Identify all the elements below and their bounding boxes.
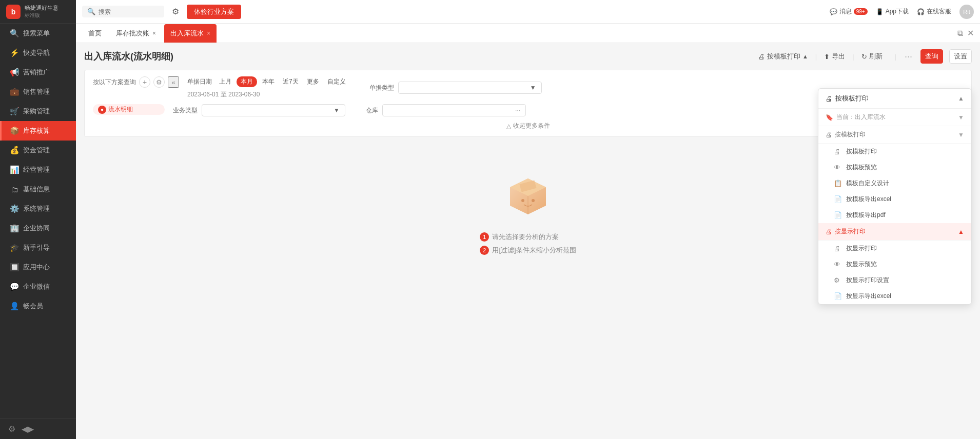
app-logo: b 畅捷通好生意 标准版 xyxy=(0,0,76,24)
dropdown-section-template-print[interactable]: 🖨 按模板打印 ▼ xyxy=(818,126,971,144)
dropdown-item-display-print-settings[interactable]: ⚙ 按显示打印设置 xyxy=(818,272,971,288)
filter-setting-button[interactable]: ⚙ xyxy=(153,76,165,88)
sidebar-item-member[interactable]: 👤 畅会员 xyxy=(0,296,76,316)
section-display-print-arrow: ▲ xyxy=(958,228,964,235)
customer-service-button[interactable]: 🎧 在线客服 xyxy=(917,7,951,16)
search-input[interactable] xyxy=(99,8,150,15)
item-display-preview-icon: 👁 xyxy=(834,261,842,268)
date-quick-buttons: 上月 本月 本年 近7天 更多 自定义 xyxy=(216,76,349,87)
date-btn-last-month[interactable]: 上月 xyxy=(216,76,234,87)
topbar-gear-icon[interactable]: ⚙ xyxy=(168,5,183,19)
sidebar-item-inventory[interactable]: 📦 库存核算 xyxy=(0,121,76,141)
topbar-search-box[interactable]: 🔍 xyxy=(82,6,164,17)
query-button[interactable]: 查询 xyxy=(920,49,943,64)
dropdown-item-template-print[interactable]: 🖨 按模板打印 xyxy=(818,144,971,159)
message-button[interactable]: 💬 消息 99+ xyxy=(830,7,868,16)
section-display-print-icon: 🖨 xyxy=(826,228,832,235)
dropdown-header-arrow[interactable]: ▲ xyxy=(958,95,964,102)
dropdown-section-display-print[interactable]: 🖨 按显示打印 ▲ xyxy=(818,223,971,241)
tab-home[interactable]: 首页 xyxy=(82,24,108,43)
current-label-icon: 🔖 xyxy=(826,114,833,121)
export-icon: ⬆ xyxy=(824,53,830,61)
item-display-excel-label: 按显示导出excel xyxy=(846,292,891,301)
hint-text-2: 用[过滤]条件来缩小分析范围 xyxy=(492,246,576,255)
sidebar: b 畅捷通好生意 标准版 🔍 搜索菜单 ⚡ 快捷导航 📢 营销推广 💼 销售管理… xyxy=(0,0,76,439)
warehouse-filter-group: 仓库 ··· xyxy=(366,104,526,116)
sidebar-item-search[interactable]: 🔍 搜索菜单 xyxy=(0,24,76,43)
collapse-icon: △ xyxy=(506,123,511,130)
industry-plan-button[interactable]: 体验行业方案 xyxy=(187,5,241,19)
filter-add-button[interactable]: + xyxy=(139,76,150,88)
item-display-print-settings-label: 按显示打印设置 xyxy=(846,276,889,285)
tab-flow[interactable]: 出入库流水 × xyxy=(164,24,217,43)
sidebar-item-marketing[interactable]: 📢 营销推广 xyxy=(0,63,76,82)
tab-home-label: 首页 xyxy=(88,29,102,38)
template-print-label: 按模板打印 xyxy=(767,52,800,61)
sidebar-item-app-center[interactable]: 🔲 应用中心 xyxy=(0,257,76,277)
item-template-customize-label: 模板自定义设计 xyxy=(846,179,889,188)
item-template-excel-label: 按模板导出excel xyxy=(846,195,891,204)
tab-batch[interactable]: 库存批次账 × xyxy=(110,24,162,43)
tab-flow-close[interactable]: × xyxy=(207,30,210,37)
restore-window-button[interactable]: ⧉ xyxy=(957,29,963,38)
more-actions-icon[interactable]: ··· xyxy=(905,51,912,62)
sidebar-item-quick-nav[interactable]: ⚡ 快捷导航 xyxy=(0,43,76,63)
item-display-print-label: 按显示打印 xyxy=(846,244,877,253)
template-print-button[interactable]: 🖨 按模板打印 ▲ xyxy=(754,50,812,63)
sidebar-item-enterprise[interactable]: 🏢 企业协同 xyxy=(0,218,76,238)
refresh-button[interactable]: ↻ 刷新 xyxy=(857,50,887,63)
doc-type-select[interactable]: ▼ xyxy=(398,82,542,94)
date-btn-more[interactable]: 更多 xyxy=(304,76,322,87)
dropdown-item-template-preview[interactable]: 👁 按模板预览 xyxy=(818,159,971,175)
filter-collapse-button[interactable]: « xyxy=(168,76,179,88)
warehouse-select[interactable]: ··· xyxy=(382,104,526,116)
dropdown-item-display-preview[interactable]: 👁 按显示预览 xyxy=(818,256,971,272)
close-window-button[interactable]: ✕ xyxy=(967,28,974,38)
topbar: 🔍 ⚙ 体验行业方案 💬 消息 99+ 📱 App下载 🎧 在线客服 Rit xyxy=(76,0,980,24)
sidebar-item-operations[interactable]: 📊 经营管理 xyxy=(0,160,76,179)
item-template-customize-icon: 📋 xyxy=(834,179,842,187)
dropdown-item-template-customize[interactable]: 📋 模板自定义设计 xyxy=(818,175,971,191)
app-center-nav-icon: 🔲 xyxy=(10,263,19,272)
tab-batch-close[interactable]: × xyxy=(152,30,156,37)
biz-type-label: 业务类型 xyxy=(173,106,198,115)
date-btn-this-month[interactable]: 本月 xyxy=(237,76,257,87)
dropdown-header-left: 🖨 按模板打印 xyxy=(826,94,869,103)
biz-type-dropdown-icon: ▼ xyxy=(334,107,340,114)
sidebar-item-basic[interactable]: 🗂 基础信息 xyxy=(0,179,76,199)
date-btn-custom[interactable]: 自定义 xyxy=(324,76,349,87)
search-nav-icon: 🔍 xyxy=(10,29,19,38)
dropdown-item-template-pdf[interactable]: 📄 按模板导出pdf xyxy=(818,207,971,223)
sidebar-item-purchase[interactable]: 🛒 采购管理 xyxy=(0,102,76,121)
section-template-print-arrow: ▼ xyxy=(958,131,964,138)
biz-type-select[interactable]: ▼ xyxy=(202,104,345,116)
section-template-print-left: 🖨 按模板打印 xyxy=(826,130,866,139)
dropdown-item-display-excel[interactable]: 📄 按显示导出excel xyxy=(818,288,971,304)
dropdown-item-display-print[interactable]: 🖨 按显示打印 xyxy=(818,241,971,256)
date-btn-this-year[interactable]: 本年 xyxy=(259,76,278,87)
item-template-excel-icon: 📄 xyxy=(834,195,842,203)
sidebar-bottom: ⚙ ◀▶ xyxy=(0,418,76,439)
user-avatar[interactable]: Rit xyxy=(959,5,974,19)
warehouse-label: 仓库 xyxy=(366,106,378,115)
actions-divider2: | xyxy=(852,53,854,61)
settings-button[interactable]: 设置 xyxy=(949,49,972,64)
guide-nav-label: 新手引导 xyxy=(23,243,50,252)
app-download-button[interactable]: 📱 App下载 xyxy=(876,7,909,16)
settings-icon[interactable]: ⚙ xyxy=(8,424,15,434)
dropdown-item-template-excel[interactable]: 📄 按模板导出excel xyxy=(818,191,971,207)
collapse-label: 收起更多条件 xyxy=(513,122,550,130)
sidebar-item-sales[interactable]: 💼 销售管理 xyxy=(0,82,76,102)
topbar-search-icon: 🔍 xyxy=(87,8,95,15)
date-btn-7days[interactable]: 近7天 xyxy=(280,76,302,87)
member-nav-icon: 👤 xyxy=(10,302,19,311)
sidebar-item-system[interactable]: ⚙️ 系统管理 xyxy=(0,199,76,218)
collapse-sidebar-icon[interactable]: ◀▶ xyxy=(22,424,34,434)
sidebar-item-guide[interactable]: 🎓 新手引导 xyxy=(0,238,76,257)
svg-point-4 xyxy=(521,199,524,202)
export-button[interactable]: ⬆ 导出 xyxy=(820,50,849,63)
page-header: 出入库流水(流水明细) 🖨 按模板打印 ▲ | ⬆ 导出 | xyxy=(84,49,972,64)
sidebar-item-finance[interactable]: 💰 资金管理 xyxy=(0,141,76,160)
sidebar-item-wechat[interactable]: 💬 企业微信 xyxy=(0,277,76,296)
item-template-pdf-icon: 📄 xyxy=(834,211,842,219)
